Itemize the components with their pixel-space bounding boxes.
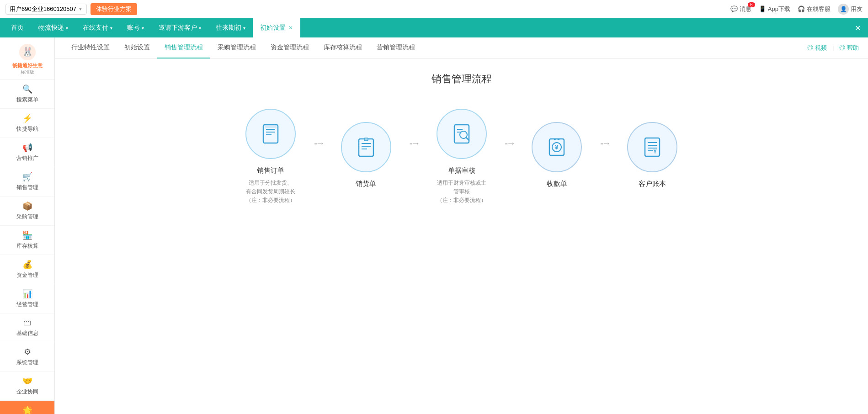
help-link[interactable]: ◎ 帮助 — [839, 44, 859, 52]
sidebar-item-quick-label: 快捷导航 — [16, 125, 38, 133]
top-bar-left: 用户690企业1660120507 ▼ 体验行业方案 — [5, 3, 137, 15]
delivery-icon — [354, 135, 378, 159]
store-icon: 🏪 — [22, 230, 32, 240]
svg-rect-7 — [359, 139, 373, 156]
nav-tab-payment[interactable]: 在线支付 ▾ — [75, 18, 120, 37]
svg-rect-11 — [364, 138, 368, 141]
chevron-down-icon: ▾ — [199, 26, 201, 31]
sidebar-item-sales[interactable]: 🛒 销售管理 — [0, 167, 54, 196]
box-icon: 📦 — [22, 201, 32, 211]
sidebar-item-basic[interactable]: 🗃 基础信息 — [0, 313, 54, 342]
receipt-icon: ¥ — [545, 135, 569, 159]
flow-step-review-desc: 适用于财务审核或主管审核（注：非必要流程） — [437, 179, 486, 205]
sub-tab-initial[interactable]: 初始设置 — [117, 37, 157, 58]
flow-circle-review[interactable] — [437, 109, 487, 159]
chevron-down-icon: ▼ — [78, 6, 83, 11]
sidebar-item-quick[interactable]: ⚡ 快捷导航 — [0, 109, 54, 138]
gear-icon: ⚙ — [24, 347, 31, 357]
tabs-close-button[interactable]: ✕ — [851, 24, 864, 32]
svg-text:¥: ¥ — [555, 143, 559, 151]
content-area: 行业特性设置 初始设置 销售管理流程 采购管理流程 资金管理流程 库存核算流程 … — [55, 37, 868, 414]
sub-tabs: 行业特性设置 初始设置 销售管理流程 采购管理流程 资金管理流程 库存核算流程 … — [55, 37, 868, 58]
sidebar-item-basic-label: 基础信息 — [16, 329, 38, 337]
user-selector[interactable]: 用户690企业1660120507 ▼ — [5, 4, 87, 15]
sidebar-item-corp-label: 企业协同 — [16, 388, 38, 396]
sidebar-item-sales-label: 销售管理 — [16, 184, 38, 191]
message-button[interactable]: 💬 消息 6 — [730, 5, 751, 13]
flow-arrow-4: ···→ — [600, 138, 609, 149]
sidebar-item-corp[interactable]: 🤝 企业协同 — [0, 372, 54, 401]
nav-tab-invite-label: 邀请下游客户 — [159, 24, 197, 32]
sub-tab-purchase-flow[interactable]: 采购管理流程 — [210, 37, 263, 58]
review-icon — [450, 122, 474, 146]
nav-tab-home[interactable]: 首页 — [4, 18, 31, 37]
nav-tab-init[interactable]: 初始设置 ✕ — [253, 18, 300, 37]
sub-tab-purchase-flow-label: 采购管理流程 — [218, 43, 256, 52]
divider: | — [832, 44, 834, 51]
nav-tab-logistics-label: 物流快递 — [38, 24, 64, 32]
flow-diagram: 销售订单 适用于分批发货、有合同发货周期较长（注：非必要流程） ···→ — [64, 109, 859, 205]
flow-arrow-2: ···→ — [409, 138, 419, 149]
app-download-button[interactable]: 📱 App下载 — [759, 5, 790, 13]
flow-circle-delivery[interactable] — [341, 122, 391, 172]
app-label: App下载 — [768, 5, 790, 13]
flow-arrow-3: ···→ — [505, 138, 514, 149]
sub-tab-initial-label: 初始设置 — [124, 43, 150, 52]
sidebar-item-finance[interactable]: 💰 资金管理 — [0, 255, 54, 284]
sidebar-item-newbie[interactable]: 🌟 新手引导 — [0, 401, 54, 414]
order-icon — [259, 122, 282, 146]
sub-tab-sales-flow-label: 销售管理流程 — [165, 43, 203, 52]
flow-step-order-desc: 适用于分批发货、有合同发货周期较长（注：非必要流程） — [246, 179, 295, 205]
trial-button[interactable]: 体验行业方案 — [91, 3, 137, 15]
sidebar-item-system[interactable]: ⚙ 系统管理 — [0, 342, 54, 372]
flow-circle-ledger[interactable]: ¥ — [627, 122, 677, 172]
sub-tab-finance-flow[interactable]: 资金管理流程 — [263, 37, 316, 58]
sidebar: 🐰 畅捷通好生意 标准版 🔍 搜索菜单 ⚡ 快捷导航 📢 营销推广 🛒 销售管理… — [0, 37, 55, 414]
flow-step-receipt: ¥ 收款单 — [516, 122, 598, 192]
sidebar-item-marketing-label: 营销推广 — [16, 154, 38, 162]
nav-tab-period[interactable]: 往来期初 ▾ — [208, 18, 253, 37]
sub-tab-finance-flow-label: 资金管理流程 — [271, 43, 309, 52]
message-badge: 6 — [748, 2, 755, 7]
sub-tab-industry[interactable]: 行业特性设置 — [64, 37, 117, 58]
chart-icon: 📊 — [22, 289, 32, 299]
sidebar-item-marketing[interactable]: 📢 营销推广 — [0, 138, 54, 167]
flow-step-review-title: 单据审核 — [448, 166, 475, 175]
flow-step-delivery-title: 销货单 — [356, 180, 376, 188]
nav-tab-invite[interactable]: 邀请下游客户 ▾ — [151, 18, 208, 37]
lightning-icon: ⚡ — [22, 113, 32, 123]
sub-tab-sales-flow[interactable]: 销售管理流程 — [157, 37, 210, 58]
nav-tab-period-label: 往来期初 — [216, 24, 241, 32]
search-icon: 🔍 — [22, 84, 32, 94]
flow-circle-receipt[interactable]: ¥ — [532, 122, 582, 172]
user-avatar-button[interactable]: 👤 用友 — [838, 4, 863, 15]
flow-step-delivery: 销货单 — [325, 122, 407, 192]
sub-tab-inventory-flow[interactable]: 库存核算流程 — [316, 37, 369, 58]
sidebar-item-purchase[interactable]: 📦 采购管理 — [0, 196, 54, 226]
app-icon: 📱 — [759, 5, 766, 12]
sub-tab-marketing-flow[interactable]: 营销管理流程 — [369, 37, 422, 58]
service-button[interactable]: 🎧 在线客服 — [798, 5, 831, 13]
main-layout: 🐰 畅捷通好生意 标准版 🔍 搜索菜单 ⚡ 快捷导航 📢 营销推广 🛒 销售管理… — [0, 37, 868, 414]
chevron-down-icon: ▾ — [66, 26, 68, 31]
close-icon[interactable]: ✕ — [288, 25, 293, 31]
flow-step-order: 销售订单 适用于分批发货、有合同发货周期较长（注：非必要流程） — [229, 109, 312, 205]
sidebar-item-inventory[interactable]: 🏪 库存核算 — [0, 226, 54, 255]
chevron-down-icon: ▾ — [142, 26, 144, 31]
chevron-down-icon: ▾ — [110, 26, 112, 31]
sidebar-item-operation[interactable]: 📊 经营管理 — [0, 284, 54, 313]
nav-tab-account[interactable]: 账号 ▾ — [120, 18, 151, 37]
nav-tab-home-label: 首页 — [11, 24, 24, 32]
nav-tab-logistics[interactable]: 物流快递 ▾ — [31, 18, 75, 37]
sub-tab-marketing-flow-label: 营销管理流程 — [377, 43, 415, 52]
sidebar-item-search[interactable]: 🔍 搜索菜单 — [0, 80, 54, 109]
money-icon: 💰 — [22, 260, 32, 270]
video-link[interactable]: ◎ 视频 — [807, 44, 827, 52]
svg-rect-20 — [645, 138, 660, 156]
user-name: 用友 — [851, 5, 863, 13]
sidebar-item-purchase-label: 采购管理 — [16, 213, 38, 221]
flow-circle-order[interactable] — [245, 109, 296, 159]
page-title: 销售管理流程 — [64, 72, 859, 86]
nav-tab-account-label: 账号 — [127, 24, 140, 32]
nav-tab-init-label: 初始设置 — [260, 24, 286, 32]
